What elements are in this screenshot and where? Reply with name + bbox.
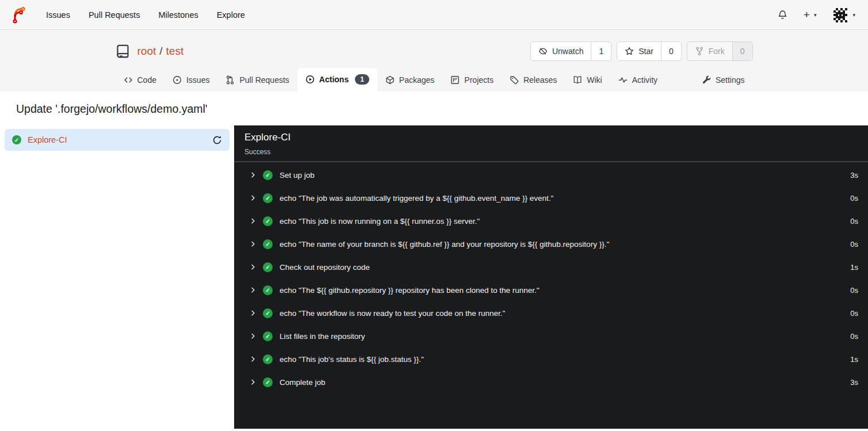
tab-issues[interactable]: Issues: [165, 69, 217, 91]
plus-icon: +: [804, 9, 810, 20]
star-count[interactable]: 0: [661, 42, 681, 60]
job-status-text: Success: [244, 148, 858, 156]
chevron-right-icon: [250, 194, 257, 201]
step-success-check-icon: ✓: [263, 239, 273, 249]
chevron-right-icon: [250, 287, 257, 293]
commit-title: Update '.forgejo/workflows/demo.yaml': [0, 91, 868, 125]
step-success-check-icon: ✓: [263, 262, 273, 272]
star-icon: [625, 47, 634, 56]
pull-request-icon: [225, 75, 235, 85]
nav-item-milestones[interactable]: Milestones: [149, 5, 207, 25]
chevron-right-icon: [250, 333, 257, 340]
tab-activity[interactable]: Activity: [610, 69, 666, 91]
step-row[interactable]: ✓ Set up job 3s: [234, 163, 868, 186]
repo-title-row: root / test Unwatch 1: [116, 40, 753, 63]
step-name: echo "The name of your branch is ${{ git…: [280, 240, 609, 249]
step-duration: 0s: [843, 194, 858, 203]
rerun-refresh-icon[interactable]: [212, 135, 222, 145]
tab-wiki[interactable]: Wiki: [565, 69, 610, 91]
step-name: Check out repository code: [280, 263, 370, 272]
tab-wiki-label: Wiki: [587, 75, 602, 85]
tab-issues-label: Issues: [186, 75, 209, 85]
step-success-check-icon: ✓: [263, 193, 273, 203]
step-row[interactable]: ✓ echo "The workflow is now ready to tes…: [234, 302, 868, 325]
play-circle-icon: [305, 75, 315, 84]
repo-header: root / test Unwatch 1: [0, 30, 868, 91]
step-row[interactable]: ✓ echo "The job was automatically trigge…: [234, 186, 868, 209]
star-button[interactable]: Star 0: [617, 41, 681, 61]
job-log-header: Explore-CI Success: [234, 125, 868, 162]
star-label: Star: [638, 47, 653, 56]
repo-book-icon: [116, 44, 131, 59]
step-duration: 0s: [843, 217, 858, 226]
step-row[interactable]: ✓ List files in the repository 0s: [234, 325, 868, 348]
step-duration: 0s: [843, 286, 858, 295]
nav-item-pull-requests[interactable]: Pull Requests: [79, 5, 149, 25]
step-row[interactable]: ✓ echo "The ${{ github.repository }} rep…: [234, 279, 868, 302]
eye-slash-icon: [538, 47, 548, 56]
fork-button: Fork 0: [687, 41, 753, 61]
create-new-dropdown[interactable]: + ▾: [804, 9, 817, 20]
forgejo-logo-icon[interactable]: [9, 6, 28, 24]
step-success-check-icon: ✓: [263, 331, 273, 341]
step-name: echo "This job's status is ${{ job.statu…: [280, 355, 424, 364]
tab-releases-label: Releases: [523, 75, 557, 85]
nav-item-explore[interactable]: Explore: [208, 5, 254, 25]
step-row[interactable]: ✓ echo "This job is now running on a ${{…: [234, 209, 868, 232]
user-avatar: [832, 7, 848, 23]
run-body: ✓ Explore-CI Explore-CI Success ✓ Set up…: [0, 125, 868, 429]
tab-actions[interactable]: Actions 1: [297, 68, 377, 91]
code-icon: [124, 75, 133, 85]
chevron-right-icon: [250, 356, 257, 363]
step-row[interactable]: ✓ Complete job 3s: [234, 371, 868, 394]
unwatch-button[interactable]: Unwatch 1: [530, 41, 611, 61]
tab-pull-requests-label: Pull Requests: [239, 75, 289, 85]
tab-projects[interactable]: Projects: [442, 69, 502, 91]
fork-icon: [695, 47, 704, 56]
job-item-explore-ci[interactable]: ✓ Explore-CI: [5, 129, 230, 151]
step-name: Complete job: [280, 378, 326, 387]
tab-activity-label: Activity: [632, 75, 657, 85]
tab-releases[interactable]: Releases: [502, 69, 565, 91]
tab-packages[interactable]: Packages: [377, 69, 442, 91]
tab-settings[interactable]: Settings: [694, 69, 753, 91]
issue-circle-icon: [173, 75, 182, 85]
step-duration: 1s: [843, 263, 858, 272]
watch-count[interactable]: 1: [591, 42, 611, 60]
step-success-check-icon: ✓: [263, 377, 273, 387]
step-name: echo "The job was automatically triggere…: [280, 194, 553, 203]
nav-item-issues[interactable]: Issues: [37, 5, 79, 25]
package-icon: [385, 75, 395, 85]
step-success-check-icon: ✓: [263, 216, 273, 226]
step-row[interactable]: ✓ echo "The name of your branch is ${{ g…: [234, 232, 868, 255]
tab-packages-label: Packages: [399, 75, 434, 85]
chevron-right-icon: [250, 241, 257, 247]
chevron-right-icon: [250, 379, 257, 386]
chevron-right-icon: [250, 310, 257, 316]
pulse-icon: [618, 75, 628, 85]
job-name: Explore-CI: [28, 135, 67, 144]
job-log-title: Explore-CI: [244, 132, 858, 143]
step-row[interactable]: ✓ Check out repository code 1s: [234, 255, 868, 279]
step-row[interactable]: ✓ echo "This job's status is ${{ job.sta…: [234, 348, 868, 371]
step-success-check-icon: ✓: [263, 285, 273, 295]
project-board-icon: [450, 75, 460, 85]
nav-right: + ▾ ▾: [778, 7, 855, 23]
repo-name-link[interactable]: test: [166, 45, 184, 58]
step-name: echo "The workflow is now ready to test …: [280, 309, 505, 318]
tab-code[interactable]: Code: [116, 69, 165, 91]
step-name: Set up job: [280, 171, 315, 180]
step-success-check-icon: ✓: [263, 354, 273, 364]
notifications-bell-icon[interactable]: [778, 10, 787, 20]
repo-breadcrumb: root / test: [137, 45, 184, 58]
job-success-check-icon: ✓: [12, 135, 21, 144]
tab-pull-requests[interactable]: Pull Requests: [217, 69, 297, 91]
chevron-right-icon: [250, 171, 257, 178]
chevron-right-icon: [250, 218, 257, 224]
unwatch-label: Unwatch: [552, 47, 583, 56]
repo-owner-link[interactable]: root: [137, 45, 156, 58]
user-menu-dropdown[interactable]: ▾: [832, 7, 855, 23]
step-list: ✓ Set up job 3s ✓ echo "The job was auto…: [234, 162, 868, 394]
step-duration: 0s: [843, 309, 858, 318]
fork-count: 0: [733, 42, 752, 60]
